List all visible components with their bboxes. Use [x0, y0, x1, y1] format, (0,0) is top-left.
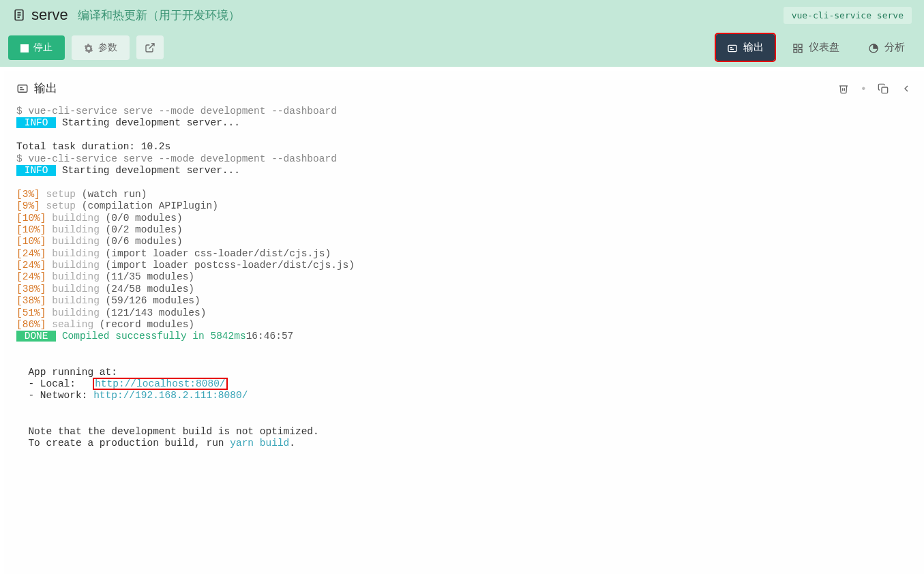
- external-link-icon: [145, 42, 155, 53]
- cmd-line: $ vue-cli-service serve --mode developme…: [16, 106, 337, 117]
- tab-output[interactable]: 输出: [716, 34, 775, 61]
- clipboard-icon: [12, 8, 26, 22]
- progress-msg: (24/58 modules): [100, 284, 194, 294]
- done-badge: DONE: [16, 331, 56, 342]
- progress-msg: (watch run): [76, 189, 147, 200]
- done-timestamp: 16:46:57: [246, 331, 294, 342]
- progress-pct: [24%]: [16, 248, 46, 259]
- collapse-icon[interactable]: [901, 82, 912, 95]
- note-line: Note that the development build is not o…: [16, 426, 319, 437]
- progress-pct: [10%]: [16, 236, 46, 247]
- progress-phase: building: [46, 307, 100, 318]
- progress-pct: [38%]: [16, 284, 46, 294]
- progress-msg: (import loader postcss-loader/dist/cjs.j…: [100, 260, 355, 271]
- yarn-build-link[interactable]: yarn build: [230, 438, 289, 449]
- header-top: serve 编译和热更新（用于开发环境） vue-cli-service ser…: [0, 0, 924, 26]
- progress-pct: [24%]: [16, 271, 46, 282]
- svg-rect-9: [794, 44, 797, 48]
- progress-phase: setup: [40, 189, 76, 200]
- progress-phase: building: [46, 224, 100, 235]
- progress-phase: building: [46, 260, 100, 271]
- task-description: 编译和热更新（用于开发环境）: [78, 7, 240, 23]
- progress-phase: building: [46, 213, 100, 224]
- local-prefix: - Local:: [16, 378, 93, 389]
- svg-rect-14: [18, 85, 27, 93]
- progress-pct: [3%]: [16, 189, 40, 200]
- svg-rect-6: [728, 45, 736, 51]
- progress-msg: (0/2 modules): [100, 224, 183, 235]
- network-prefix: - Network:: [16, 390, 93, 401]
- stop-icon: [20, 42, 29, 53]
- note-line: To create a production build, run: [16, 438, 230, 449]
- output-icon: [727, 41, 738, 53]
- progress-pct: [10%]: [16, 213, 46, 224]
- header-bar: serve 编译和热更新（用于开发环境） vue-cli-service ser…: [0, 0, 924, 67]
- progress-msg: (compilation APIPlugin): [76, 200, 218, 211]
- dashboard-icon: [792, 41, 803, 53]
- progress-msg: (record modules): [93, 319, 194, 330]
- progress-pct: [86%]: [16, 319, 46, 330]
- note-line: .: [289, 438, 295, 449]
- info-badge: INFO: [16, 165, 56, 176]
- svg-rect-12: [799, 49, 802, 52]
- dot-separator: •: [861, 82, 865, 95]
- task-name: serve: [31, 6, 68, 24]
- output-title: 输出: [34, 80, 57, 96]
- copy-icon[interactable]: [878, 82, 889, 95]
- progress-phase: sealing: [46, 319, 94, 330]
- terminal-output: $ vue-cli-service serve --mode developme…: [16, 106, 912, 449]
- progress-pct: [38%]: [16, 295, 46, 306]
- svg-rect-17: [882, 87, 888, 93]
- app-running-line: App running at:: [16, 367, 117, 378]
- progress-phase: building: [46, 248, 100, 259]
- gear-icon: [84, 42, 93, 52]
- svg-line-5: [149, 44, 154, 48]
- progress-msg: (import loader css-loader/dist/cjs.js): [100, 248, 331, 259]
- progress-phase: building: [46, 271, 100, 282]
- progress-pct: [9%]: [16, 200, 40, 211]
- open-external-button[interactable]: [136, 35, 164, 59]
- progress-pct: [24%]: [16, 260, 46, 271]
- info-message: Starting development server...: [56, 165, 240, 176]
- output-panel: 输出 • $ vue-cli-service serve --mode deve…: [4, 71, 924, 574]
- done-message: Compiled successfully in 5842ms: [56, 331, 245, 342]
- output-header: 输出 •: [16, 80, 912, 96]
- svg-rect-11: [794, 49, 797, 52]
- local-url-link[interactable]: http://localhost:8080/: [93, 378, 226, 389]
- progress-phase: setup: [40, 200, 76, 211]
- output-icon: [16, 82, 29, 95]
- info-message: Starting development server...: [56, 117, 240, 128]
- duration-line: Total task duration: 10.2s: [16, 141, 170, 152]
- trash-icon[interactable]: [838, 82, 849, 95]
- svg-rect-4: [20, 44, 29, 52]
- command-chip: vue-cli-service serve: [784, 7, 912, 24]
- progress-phase: building: [46, 284, 100, 294]
- info-badge: INFO: [16, 117, 56, 128]
- toolbar: 停止 参数 输出 仪表盘 分析: [0, 26, 924, 66]
- tab-analyze[interactable]: 分析: [857, 34, 916, 61]
- stop-button[interactable]: 停止: [8, 35, 65, 60]
- network-url-link[interactable]: http://192.168.2.111:8080/: [93, 390, 248, 401]
- progress-pct: [51%]: [16, 307, 46, 318]
- output-actions: •: [838, 82, 912, 95]
- svg-rect-10: [799, 44, 802, 48]
- progress-pct: [10%]: [16, 224, 46, 235]
- progress-msg: (0/6 modules): [100, 236, 183, 247]
- tab-analyze-label: 分析: [884, 41, 905, 54]
- params-label: 参数: [98, 42, 117, 54]
- progress-phase: building: [46, 236, 100, 247]
- progress-phase: building: [46, 295, 100, 306]
- tab-dashboard[interactable]: 仪表盘: [781, 34, 850, 61]
- progress-msg: (121/143 modules): [100, 307, 207, 318]
- progress-msg: (11/35 modules): [100, 271, 194, 282]
- params-button[interactable]: 参数: [72, 35, 130, 60]
- tab-dashboard-label: 仪表盘: [809, 41, 839, 54]
- tab-output-label: 输出: [743, 41, 764, 54]
- progress-msg: (0/0 modules): [100, 213, 183, 224]
- progress-msg: (59/126 modules): [100, 295, 200, 306]
- cmd-line: $ vue-cli-service serve --mode developme…: [16, 153, 337, 164]
- stop-label: 停止: [33, 42, 53, 54]
- analyze-icon: [868, 41, 879, 53]
